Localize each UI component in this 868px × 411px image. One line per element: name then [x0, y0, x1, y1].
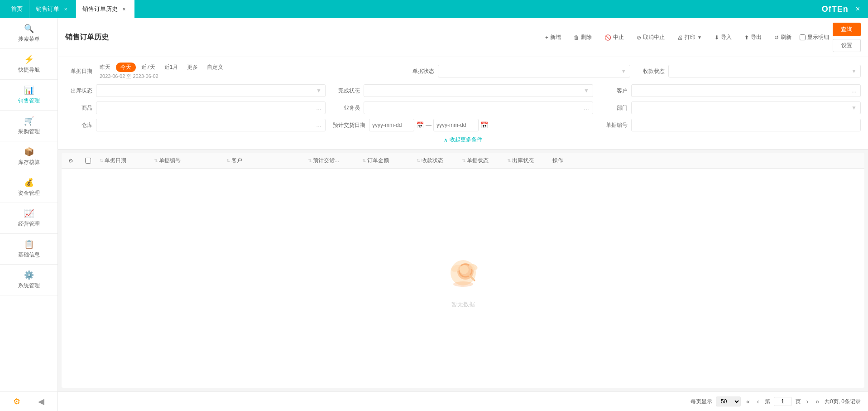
setting-button[interactable]: 设置: [833, 39, 861, 52]
settings-footer-icon[interactable]: ⚙: [13, 396, 20, 406]
tab-sales-order-close[interactable]: ×: [62, 5, 69, 13]
select-all-checkbox[interactable]: [85, 158, 91, 164]
per-page-select[interactable]: 50 100 200: [716, 396, 741, 406]
sort-icon-bill-status: ⇅: [462, 158, 465, 163]
sidebar-item-finance[interactable]: 💰 资金管理: [0, 172, 58, 203]
sidebar-item-operations-label: 经营管理: [18, 220, 40, 228]
tab-sales-order-history-close[interactable]: ×: [120, 5, 128, 13]
sidebar-item-sales-label: 销售管理: [18, 97, 40, 105]
export-button[interactable]: ⬆ 导出: [740, 32, 766, 43]
sales-person-select[interactable]: …: [364, 102, 593, 114]
sort-icon-customer: ⇅: [226, 158, 230, 163]
top-bar: 首页 销售订单 × 销售订单历史 × OfTEn ×: [0, 0, 868, 18]
complete-status-dropdown-icon: ▼: [584, 87, 589, 94]
delivery-calendar-icon-start[interactable]: 📅: [416, 121, 424, 129]
current-page-input[interactable]: [774, 397, 792, 406]
warehouse-select[interactable]: …: [96, 119, 326, 131]
filter-row-3: 商品 … 业务员 … 部门: [65, 102, 861, 114]
table-col-delivery[interactable]: ⇅ 预计交货...: [304, 157, 359, 164]
department-item: 部门 ▼: [600, 102, 861, 114]
filter-row-2: 出库状态 ▼ 完成状态 ▼ 客户: [65, 84, 861, 97]
sidebar-item-inventory[interactable]: 📦 库存核算: [0, 141, 58, 172]
last-page-btn[interactable]: »: [814, 397, 821, 406]
table-settings-col[interactable]: ⚙: [62, 158, 80, 164]
pay-status-select[interactable]: ▼: [668, 65, 861, 77]
delivery-date-end[interactable]: [433, 119, 479, 131]
bill-no-label: 单据编号: [600, 121, 628, 129]
sidebar-item-quicknav[interactable]: ⚡ 快捷导航: [0, 49, 58, 80]
sidebar-item-system[interactable]: ⚙️ 系统管理: [0, 265, 58, 295]
sidebar-footer: ⚙ ◀: [0, 392, 58, 411]
first-page-btn[interactable]: «: [744, 397, 752, 406]
goods-select[interactable]: …: [96, 102, 326, 114]
sidebar-item-quicknav-label: 快捷导航: [18, 66, 40, 74]
table-col-pay-status[interactable]: ⇅ 收款状态: [413, 157, 458, 164]
prev-page-btn[interactable]: ‹: [755, 397, 761, 406]
page-label: 页: [796, 398, 801, 406]
date-btn-yesterday[interactable]: 昨天: [96, 63, 114, 72]
bill-status-select[interactable]: ▼: [438, 65, 630, 77]
table-col-delivery-status[interactable]: ⇅ 出库状态: [504, 157, 549, 164]
cancel-stop-button[interactable]: ⊘ 取消中止: [632, 32, 669, 43]
collapse-button[interactable]: ∧ 收起更多条件: [65, 136, 861, 144]
complete-status-select[interactable]: ▼: [364, 84, 593, 97]
col-delivery-status-label: 出库状态: [512, 157, 534, 164]
new-button[interactable]: + 新增: [541, 32, 566, 43]
goods-more-icon: …: [316, 105, 321, 111]
date-btn-1month[interactable]: 近1月: [161, 63, 182, 72]
delivery-calendar-icon-end[interactable]: 📅: [480, 121, 488, 129]
empty-illustration: [441, 248, 486, 293]
col-action-label: 操作: [552, 157, 563, 164]
sidebar-item-purchase[interactable]: 🛒 采购管理: [0, 111, 58, 141]
table-col-bill-status[interactable]: ⇅ 单据状态: [458, 157, 504, 164]
date-btn-7days[interactable]: 近7天: [138, 63, 159, 72]
table-col-amount[interactable]: ⇅ 订单金额: [359, 157, 413, 164]
out-status-select[interactable]: ▼: [96, 84, 326, 97]
export-label: 导出: [751, 34, 762, 41]
sidebar-item-operations[interactable]: 📈 经营管理: [0, 203, 58, 234]
table-col-date[interactable]: ⇅ 单据日期: [96, 157, 150, 164]
sidebar-item-search[interactable]: 🔍 搜索菜单: [0, 18, 58, 49]
window-close-btn[interactable]: ×: [852, 5, 863, 13]
sidebar-item-basics[interactable]: 📋 基础信息: [0, 234, 58, 265]
next-page-btn[interactable]: ›: [805, 397, 810, 406]
table-col-action: 操作: [549, 157, 864, 164]
pay-status-dropdown-icon: ▼: [851, 68, 857, 74]
collapse-sidebar-icon[interactable]: ◀: [38, 396, 44, 406]
refresh-label: 刷新: [781, 34, 791, 41]
date-btn-more[interactable]: 更多: [183, 63, 201, 72]
goods-label: 商品: [65, 104, 92, 112]
refresh-button[interactable]: ↺ 刷新: [770, 32, 796, 43]
new-icon: +: [545, 34, 548, 41]
sort-icon-no: ⇅: [154, 158, 158, 163]
customer-label: 客户: [600, 87, 628, 95]
export-icon: ⬆: [744, 34, 749, 41]
date-btn-today[interactable]: 今天: [116, 63, 136, 72]
print-icon: 🖨: [677, 34, 683, 41]
col-date-label: 单据日期: [105, 157, 126, 164]
show-detail-label[interactable]: 显示明细: [800, 34, 829, 41]
print-button[interactable]: 🖨 打印 ▼: [673, 32, 706, 43]
sidebar-item-sales[interactable]: 📊 销售管理: [0, 80, 58, 111]
bill-no-input[interactable]: [631, 119, 861, 131]
complete-status-item: 完成状态 ▼: [333, 84, 593, 97]
inventory-icon: 📦: [24, 147, 34, 157]
sort-icon-amount: ⇅: [362, 158, 366, 163]
delete-button[interactable]: 🗑 删除: [569, 32, 596, 43]
table-col-customer[interactable]: ⇅ 客户: [223, 157, 304, 164]
customer-select[interactable]: …: [631, 84, 861, 97]
query-button[interactable]: 查询: [833, 23, 861, 36]
stop-button[interactable]: 🚫 中止: [600, 32, 628, 43]
date-btn-custom[interactable]: 自定义: [203, 63, 227, 72]
delivery-date-start[interactable]: [369, 119, 414, 131]
tab-home[interactable]: 首页: [5, 0, 29, 18]
sales-person-item: 业务员 …: [333, 102, 593, 114]
tab-sales-order[interactable]: 销售订单 ×: [29, 0, 76, 18]
show-detail-checkbox[interactable]: [800, 34, 806, 40]
department-select[interactable]: ▼: [631, 102, 861, 114]
table-col-no[interactable]: ⇅ 单据编号: [150, 157, 223, 164]
table-checkbox-col[interactable]: [80, 158, 96, 164]
import-button[interactable]: ⬇ 导入: [710, 32, 736, 43]
tab-sales-order-history[interactable]: 销售订单历史 ×: [76, 0, 134, 18]
filter-row-4: 仓库 … 预计交货日期 📅 — 📅: [65, 119, 861, 131]
